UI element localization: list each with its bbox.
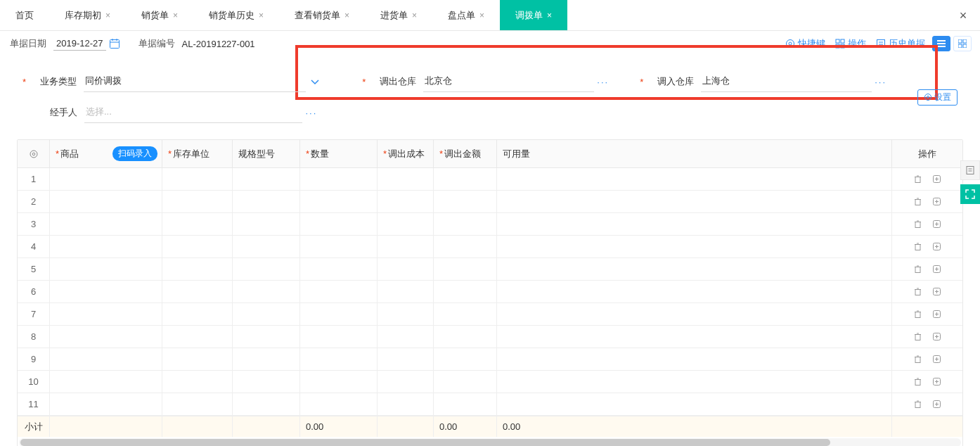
tab-home[interactable]: 首页 [0,0,49,30]
cell-amount[interactable] [434,258,497,280]
table-row[interactable]: 4 [18,236,962,258]
cell-spec[interactable] [233,168,300,190]
table-row[interactable]: 10 [18,371,962,393]
scan-entry-badge[interactable]: 扫码录入 [112,146,157,161]
cell-cost[interactable] [378,348,434,370]
cell-amount[interactable] [434,191,497,212]
cell-unit[interactable] [162,213,233,235]
add-row-icon[interactable] [932,310,941,319]
add-row-icon[interactable] [932,377,941,386]
handler-input[interactable]: 选择... [84,103,302,123]
delete-row-icon[interactable] [913,332,922,341]
delete-row-icon[interactable] [913,242,922,251]
cell-spec[interactable] [233,281,300,302]
table-row[interactable]: 5 [18,258,962,281]
cell-cost[interactable] [378,303,434,325]
cell-avail[interactable] [497,191,892,212]
date-value[interactable]: 2019-12-27 [53,37,106,51]
cell-product[interactable] [50,168,162,190]
close-icon[interactable]: × [105,11,110,20]
operations-link[interactable]: 操作 [832,37,869,50]
cell-unit[interactable] [162,236,233,257]
close-all-tabs-button[interactable]: × [950,0,976,31]
tab-inventory-init[interactable]: 库存期初 × [49,0,126,30]
cell-unit[interactable] [162,393,233,415]
cell-amount[interactable] [434,371,497,393]
grid-body[interactable]: 1234567891011 [18,168,962,416]
close-icon[interactable]: × [259,11,264,20]
cell-spec[interactable] [233,258,300,280]
add-row-icon[interactable] [932,197,941,206]
cell-cost[interactable] [378,191,434,212]
delete-row-icon[interactable] [913,219,922,229]
view-grid-button[interactable] [953,36,972,51]
cell-amount[interactable] [434,281,497,302]
cell-amount[interactable] [434,236,497,257]
cell-avail[interactable] [497,303,892,325]
add-row-icon[interactable] [932,355,941,364]
out-warehouse-value[interactable]: 北京仓 [423,72,594,92]
cell-cost[interactable] [378,236,434,257]
cell-spec[interactable] [233,191,300,212]
tab-transfer[interactable]: 调拨单 × [500,0,567,30]
tab-sale-history[interactable]: 销货单历史 × [193,0,279,30]
delete-row-icon[interactable] [913,310,922,319]
cell-cost[interactable] [378,281,434,302]
add-row-icon[interactable] [932,332,941,341]
cell-avail[interactable] [497,236,892,257]
tab-sale-order[interactable]: 销货单 × [126,0,193,30]
table-row[interactable]: 2 [18,191,962,213]
cell-qty[interactable] [300,191,378,212]
cell-product[interactable] [50,326,162,348]
cell-cost[interactable] [378,393,434,415]
add-row-icon[interactable] [932,242,941,251]
cell-product[interactable] [50,191,162,212]
delete-row-icon[interactable] [913,265,922,274]
chevron-down-icon[interactable] [310,77,320,87]
cell-qty[interactable] [300,168,378,190]
history-link[interactable]: 历史单据 [873,37,928,50]
tab-view-sale[interactable]: 查看销货单 × [279,0,365,30]
delete-row-icon[interactable] [913,377,922,386]
delete-row-icon[interactable] [913,174,922,184]
tab-stocktake[interactable]: 盘点单 × [432,0,500,30]
cell-unit[interactable] [162,258,233,280]
calendar-icon[interactable] [109,38,120,49]
add-row-icon[interactable] [932,265,941,274]
more-icon[interactable]: ··· [872,77,889,87]
cell-amount[interactable] [434,168,497,190]
business-type-value[interactable]: 同价调拨 [84,72,306,92]
close-icon[interactable]: × [344,11,349,20]
handler-field[interactable]: 经手人 选择... ··· [22,97,320,128]
cell-qty[interactable] [300,236,378,257]
cell-qty[interactable] [300,213,378,235]
in-warehouse-field[interactable]: * 调入仓库 上海仓 ··· [640,66,889,97]
horizontal-scrollbar[interactable] [19,438,961,446]
table-row[interactable]: 1 [18,168,962,191]
in-warehouse-value[interactable]: 上海仓 [701,72,872,92]
tab-purchase[interactable]: 进货单 × [365,0,432,30]
cell-spec[interactable] [233,348,300,370]
close-icon[interactable]: × [412,11,417,20]
cell-spec[interactable] [233,371,300,393]
cell-amount[interactable] [434,303,497,325]
cell-product[interactable] [50,258,162,280]
cell-amount[interactable] [434,326,497,348]
table-row[interactable]: 7 [18,303,962,326]
cell-unit[interactable] [162,303,233,325]
add-row-icon[interactable] [932,219,941,229]
cell-amount[interactable] [434,393,497,415]
cell-avail[interactable] [497,393,892,415]
scrollbar-thumb[interactable] [20,439,830,446]
close-icon[interactable]: × [479,11,484,20]
cell-amount[interactable] [434,348,497,370]
cell-product[interactable] [50,371,162,393]
delete-row-icon[interactable] [913,400,922,409]
table-row[interactable]: 6 [18,281,962,303]
cell-spec[interactable] [233,236,300,257]
cell-spec[interactable] [233,303,300,325]
cell-unit[interactable] [162,191,233,212]
cell-qty[interactable] [300,348,378,370]
cell-avail[interactable] [497,348,892,370]
add-row-icon[interactable] [932,287,941,296]
